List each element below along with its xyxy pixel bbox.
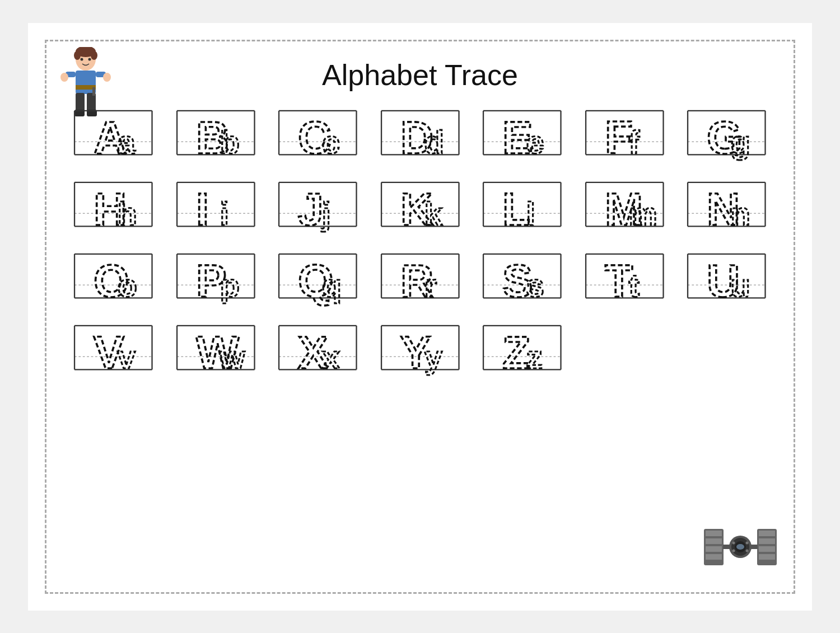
letter-svg-y: Yy	[370, 318, 470, 385]
letter-svg-j: Jj	[268, 175, 368, 242]
svg-rect-151	[706, 554, 722, 560]
lowercase-letter-v: v	[118, 339, 136, 375]
letter-svg-a: Aa	[63, 103, 164, 170]
letter-cell-a: Aa	[63, 103, 164, 170]
letter-cell-e: Ee	[472, 103, 572, 170]
letter-svg-q: Qq	[268, 246, 368, 313]
svg-rect-153	[759, 531, 775, 536]
letter-cell-j: Jj	[268, 175, 368, 242]
svg-rect-149	[706, 538, 722, 544]
letter-svg-r: Rr	[370, 246, 470, 313]
page-title: Alphabet Trace	[63, 58, 777, 92]
letter-cell-z: Zz	[472, 318, 572, 385]
lowercase-letter-j: j	[321, 196, 331, 232]
letter-svg-w: Ww	[166, 318, 266, 385]
letter-cell-w: Ww	[166, 318, 266, 385]
letter-cell-p: Pp	[166, 246, 266, 313]
letter-svg-f: Ff	[575, 103, 675, 170]
letter-svg-e: Ee	[472, 103, 572, 170]
letter-svg-b: Bb	[166, 103, 266, 170]
letter-cell-y: Yy	[370, 318, 470, 385]
lowercase-letter-z: z	[526, 339, 543, 375]
letter-svg-c: Cc	[268, 103, 368, 170]
lowercase-letter-i: i	[220, 196, 228, 232]
uppercase-letter-j: J	[298, 184, 323, 235]
letter-cell-g: Gg	[676, 103, 777, 170]
lowercase-letter-n: n	[731, 196, 750, 232]
lowercase-letter-t: t	[629, 268, 640, 303]
svg-point-14	[60, 73, 68, 82]
lowercase-letter-d: d	[424, 124, 444, 160]
lowercase-letter-u: u	[731, 268, 750, 303]
letter-cell-c: Cc	[268, 103, 368, 170]
svg-point-163	[732, 541, 735, 544]
letter-svg-l: Ll	[472, 175, 572, 242]
svg-point-3	[91, 51, 97, 60]
lowercase-letter-b: b	[220, 124, 239, 160]
svg-point-165	[732, 549, 735, 552]
svg-point-2	[74, 51, 81, 60]
letter-svg-s: Ss	[472, 246, 572, 313]
letter-cell-o: Oo	[63, 246, 164, 313]
letter-svg-k: Kk	[370, 175, 470, 242]
letter-svg-p: Pp	[166, 246, 266, 313]
border-box: Alphabet Trace AaBbCcDdEeFfGgHhIiJjKkLlM…	[45, 40, 795, 594]
svg-rect-148	[706, 531, 722, 536]
svg-point-15	[103, 73, 111, 82]
lowercase-letter-k: k	[424, 196, 442, 232]
uppercase-letter-i: I	[196, 184, 209, 235]
letter-cell-n: Nn	[676, 175, 777, 242]
letters-grid: AaBbCcDdEeFfGgHhIiJjKkLlMmNnOoPpQqRrSsTt…	[63, 103, 777, 385]
svg-rect-156	[759, 554, 775, 560]
lowercase-letter-e: e	[526, 124, 544, 160]
letter-cell-d: Dd	[370, 103, 470, 170]
svg-rect-155	[759, 546, 775, 552]
svg-point-166	[746, 549, 749, 552]
svg-rect-150	[706, 546, 722, 552]
letter-svg-m: Mm	[575, 175, 675, 242]
lowercase-letter-w: w	[219, 339, 245, 375]
svg-point-164	[746, 541, 749, 544]
letter-svg-n: Nn	[676, 175, 777, 242]
letter-svg-h: Hh	[63, 175, 164, 242]
letter-svg-x: Xx	[268, 318, 368, 385]
lowercase-letter-g: g	[731, 124, 750, 160]
lowercase-letter-f: f	[629, 124, 640, 160]
lowercase-letter-a: a	[118, 124, 136, 160]
letter-cell-q: Qq	[268, 246, 368, 313]
letter-svg-i: Ii	[166, 175, 266, 242]
letter-cell-t: Tt	[575, 246, 675, 313]
letter-svg-t: Tt	[575, 246, 675, 313]
lowercase-letter-s: s	[526, 268, 544, 303]
letter-svg-d: Dd	[370, 103, 470, 170]
letter-cell-v: Vv	[63, 318, 164, 385]
letter-cell-s: Ss	[472, 246, 572, 313]
letter-cell-b: Bb	[166, 103, 266, 170]
lowercase-letter-o: o	[118, 268, 137, 303]
lowercase-letter-q: q	[322, 268, 342, 303]
letter-svg-o: Oo	[63, 246, 164, 313]
letter-cell-r: Rr	[370, 246, 470, 313]
letter-svg-v: Vv	[63, 318, 164, 385]
letter-cell-f: Ff	[575, 103, 675, 170]
character-ship-icon	[704, 523, 777, 581]
letter-cell-m: Mm	[575, 175, 675, 242]
svg-point-162	[736, 544, 744, 550]
letter-cell-l: Ll	[472, 175, 572, 242]
svg-rect-16	[92, 87, 95, 96]
letter-cell-i: Ii	[166, 175, 266, 242]
letter-cell-u: Uu	[676, 246, 777, 313]
lowercase-letter-r: r	[424, 268, 436, 303]
lowercase-letter-p: p	[220, 268, 239, 303]
letter-svg-z: Zz	[472, 318, 572, 385]
letter-cell-x: Xx	[268, 318, 368, 385]
letter-svg-u: Uu	[676, 246, 777, 313]
lowercase-letter-h: h	[118, 196, 137, 232]
letter-cell-k: Kk	[370, 175, 470, 242]
lowercase-letter-c: c	[322, 124, 340, 160]
svg-point-5	[88, 58, 91, 60]
page: Alphabet Trace AaBbCcDdEeFfGgHhIiJjKkLlM…	[28, 23, 812, 611]
letter-cell-h: Hh	[63, 175, 164, 242]
lowercase-letter-l: l	[526, 196, 535, 232]
svg-point-4	[81, 58, 83, 60]
